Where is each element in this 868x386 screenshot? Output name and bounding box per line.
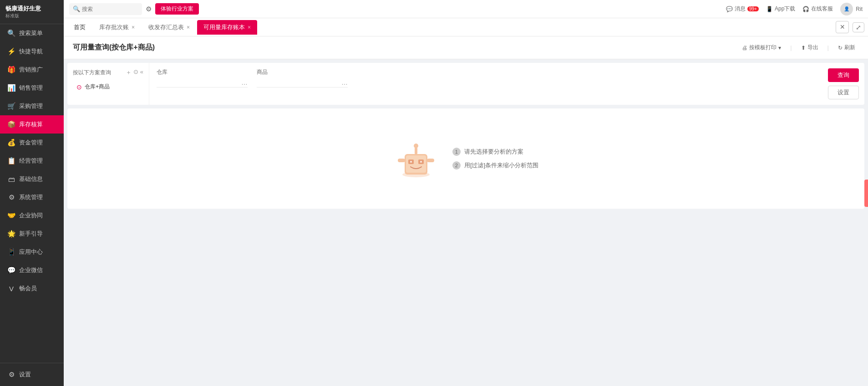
trial-button[interactable]: 体验行业方案 bbox=[155, 3, 199, 15]
sidebar-item-wechat[interactable]: 💬 企业微信 bbox=[0, 261, 64, 279]
sidebar-item-settings-label: 设置 bbox=[19, 371, 31, 379]
avatar-icon: 👤 bbox=[844, 6, 849, 11]
topbar-search[interactable]: 🔍 bbox=[69, 3, 142, 15]
system-icon: ⚙ bbox=[7, 193, 15, 201]
message-button[interactable]: 💬 消息 99+ bbox=[726, 5, 759, 13]
newbie-icon: 🌟 bbox=[7, 230, 15, 238]
sales-icon: 📊 bbox=[7, 84, 15, 92]
online-service-button[interactable]: 🎧 在线客服 bbox=[802, 5, 833, 13]
tab-summary[interactable]: 收发存汇总表 × bbox=[142, 20, 196, 35]
purchase-icon: 🛒 bbox=[7, 102, 15, 110]
sidebar-item-wechat-label: 企业微信 bbox=[19, 266, 43, 274]
page-header: 可用量查询(按仓库+商品) 🖨 按模板打印 ▾ | ⬆ 导出 | ↻ 刷新 bbox=[64, 36, 868, 59]
sidebar-item-appstore-label: 应用中心 bbox=[19, 248, 43, 256]
svg-rect-2 bbox=[406, 155, 426, 173]
sidebar-item-finance[interactable]: 💰 资金管理 bbox=[0, 134, 64, 152]
svg-point-10 bbox=[420, 161, 422, 163]
marketing-icon: 🎁 bbox=[7, 66, 15, 74]
message-icon: 💬 bbox=[726, 6, 733, 12]
appstore-icon: 📱 bbox=[7, 248, 15, 256]
page-actions: 🖨 按模板打印 ▾ | ⬆ 导出 | ↻ 刷新 bbox=[738, 42, 859, 53]
add-scheme-icon[interactable]: ＋ bbox=[126, 68, 132, 77]
tab-home[interactable]: 首页 bbox=[67, 20, 92, 35]
sidebar-item-operation[interactable]: 📋 经营管理 bbox=[0, 152, 64, 170]
svg-rect-5 bbox=[415, 147, 417, 154]
sidebar-item-system-label: 系统管理 bbox=[19, 193, 43, 201]
sidebar-item-marketing[interactable]: 🎁 营销推广 bbox=[0, 61, 64, 79]
app-download-button[interactable]: 📱 App下载 bbox=[766, 5, 795, 13]
divider2: | bbox=[827, 44, 829, 51]
filter-panel: 按以下方案查询 ＋ ⊙ « ⊙ 仓库+商品 仓库 bbox=[67, 63, 864, 105]
operation-icon: 📋 bbox=[7, 157, 15, 165]
export-icon: ⬆ bbox=[801, 45, 806, 51]
sidebar-item-sales[interactable]: 📊 销售管理 bbox=[0, 79, 64, 97]
content: 可用量查询(按仓库+商品) 🖨 按模板打印 ▾ | ⬆ 导出 | ↻ 刷新 bbox=[64, 36, 868, 386]
basic-icon: 🗃 bbox=[7, 175, 15, 183]
sidebar-item-system[interactable]: ⚙ 系统管理 bbox=[0, 188, 64, 206]
settings-scheme-icon[interactable]: ⊙ bbox=[133, 68, 138, 77]
filter-settings-button[interactable]: 设置 bbox=[828, 86, 859, 99]
expand-button[interactable]: ⤢ bbox=[853, 22, 864, 32]
refresh-button[interactable]: ↻ 刷新 bbox=[834, 42, 859, 53]
topbar-right: 💬 消息 99+ 📱 App下载 🎧 在线客服 👤 Rit bbox=[726, 3, 863, 15]
main: 🔍 ⚙ 体验行业方案 💬 消息 99+ 📱 App下载 🎧 在线客服 👤 bbox=[64, 0, 868, 386]
search-input[interactable] bbox=[82, 6, 138, 12]
print-label: 按模板打印 bbox=[749, 44, 777, 51]
sidebar-bottom: ⚙ 设置 bbox=[0, 363, 64, 386]
message-label: 消息 bbox=[735, 5, 746, 13]
sidebar-item-enterprise[interactable]: 🤝 企业协同 bbox=[0, 206, 64, 225]
tab-available[interactable]: 可用量库存账本 × bbox=[197, 20, 257, 35]
goods-label: 商品 bbox=[257, 68, 348, 76]
collapse-icon[interactable]: « bbox=[140, 68, 143, 77]
sidebar-item-search[interactable]: 🔍 搜索菜单 bbox=[0, 24, 64, 42]
goods-input[interactable] bbox=[257, 79, 340, 86]
sidebar-item-newbie-label: 新手引导 bbox=[19, 230, 43, 238]
scheme-warehouse-goods-label: 仓库+商品 bbox=[85, 83, 110, 91]
tab-batch-close[interactable]: × bbox=[132, 24, 135, 31]
sidebar-item-newbie[interactable]: 🌟 新手引导 bbox=[0, 225, 64, 243]
user-area[interactable]: 👤 Rit bbox=[840, 3, 863, 15]
sidebar-item-operation-label: 经营管理 bbox=[19, 157, 43, 165]
tab-batch-label: 库存批次账 bbox=[99, 23, 129, 31]
tab-home-label: 首页 bbox=[74, 23, 86, 31]
app-download-label: App下载 bbox=[775, 5, 795, 13]
sidebar-item-vip[interactable]: V 畅会员 bbox=[0, 279, 64, 298]
tab-batch[interactable]: 库存批次账 × bbox=[93, 20, 141, 35]
sidebar-item-basic[interactable]: 🗃 基础信息 bbox=[0, 170, 64, 188]
tabs-bar: 首页 库存批次账 × 收发存汇总表 × 可用量库存账本 × × ⤢ bbox=[64, 18, 868, 36]
search-icon: 🔍 bbox=[73, 5, 80, 12]
empty-illustration bbox=[393, 136, 439, 181]
query-button[interactable]: 查询 bbox=[828, 68, 859, 82]
empty-state: 1 请先选择要分析的方案 2 用[过滤]条件来缩小分析范围 bbox=[67, 108, 864, 209]
sidebar-item-purchase-label: 采购管理 bbox=[19, 102, 43, 110]
topbar: 🔍 ⚙ 体验行业方案 💬 消息 99+ 📱 App下载 🎧 在线客服 👤 bbox=[64, 0, 868, 18]
sidebar-item-inventory-label: 库存核算 bbox=[19, 120, 43, 129]
warehouse-dots-button[interactable]: … bbox=[241, 79, 248, 86]
close-tab-button[interactable]: × bbox=[836, 21, 849, 33]
filter-schemes-title: 按以下方案查询 ＋ ⊙ « bbox=[73, 68, 143, 77]
sidebar-item-settings[interactable]: ⚙ 设置 bbox=[0, 367, 64, 382]
sidebar-item-inventory[interactable]: 📦 库存核算 bbox=[0, 115, 64, 134]
sidebar-item-enterprise-label: 企业协同 bbox=[19, 211, 43, 220]
warehouse-input[interactable] bbox=[157, 79, 239, 86]
tab-summary-label: 收发存汇总表 bbox=[148, 23, 184, 31]
tab-summary-close[interactable]: × bbox=[187, 24, 190, 31]
app-name: 畅康通好生意 bbox=[5, 5, 58, 13]
wechat-icon: 💬 bbox=[7, 266, 15, 274]
empty-state-content: 1 请先选择要分析的方案 2 用[过滤]条件来缩小分析范围 bbox=[393, 136, 538, 181]
sidebar-item-appstore[interactable]: 📱 应用中心 bbox=[0, 243, 64, 261]
app-badge: 标准版 bbox=[5, 13, 58, 19]
tab-available-close[interactable]: × bbox=[248, 24, 251, 31]
filter-action-buttons: 查询 设置 bbox=[822, 63, 864, 105]
sidebar-item-shortcut[interactable]: ⚡ 快捷导航 bbox=[0, 42, 64, 61]
refresh-label: 刷新 bbox=[844, 44, 855, 51]
sidebar-item-purchase[interactable]: 🛒 采购管理 bbox=[0, 97, 64, 115]
gear-icon[interactable]: ⚙ bbox=[146, 5, 152, 13]
scheme-warehouse-goods[interactable]: ⊙ 仓库+商品 bbox=[73, 80, 143, 93]
inventory-icon: 📦 bbox=[7, 120, 15, 129]
export-button[interactable]: ⬆ 导出 bbox=[797, 42, 822, 53]
tip-text-2: 用[过滤]条件来缩小分析范围 bbox=[464, 161, 538, 170]
print-button[interactable]: 🖨 按模板打印 ▾ bbox=[738, 42, 785, 53]
goods-dots-button[interactable]: … bbox=[341, 79, 348, 86]
export-label: 导出 bbox=[807, 44, 818, 51]
